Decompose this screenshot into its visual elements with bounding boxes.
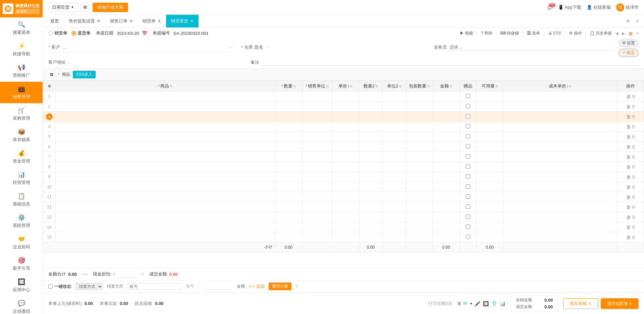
tab-close-sales-out[interactable]: ✕ <box>158 19 161 23</box>
grid-view-icon[interactable]: ▦ <box>629 31 633 36</box>
delete-row-icon[interactable]: 🗑 <box>626 144 631 149</box>
action-help[interactable]: ? 帮助 <box>481 30 492 36</box>
delete-row-icon[interactable]: 🗑 <box>626 134 631 139</box>
remark-input[interactable] <box>261 59 639 66</box>
copy-row-icon[interactable]: ⎘ <box>632 154 635 160</box>
copy-row-icon[interactable]: ⎘ <box>632 124 635 129</box>
table-settings-icon[interactable]: ⚙ <box>48 71 55 78</box>
action-video[interactable]: ▶ 视频 <box>460 30 473 36</box>
copy-row-icon[interactable]: ⎘ <box>632 114 635 119</box>
sidebar-item-inventory[interactable]: 📦 库存核算 <box>0 125 43 146</box>
sidebar-item-wechat[interactable]: 💬 企业微信 <box>0 296 43 314</box>
sidebar-item-purchase[interactable]: 🛒 采购管理 <box>0 103 43 125</box>
gift-checkbox-14[interactable] <box>466 225 470 229</box>
cell-actions-5[interactable]: 🗑⎘ <box>617 132 644 142</box>
copy-row-icon[interactable]: ⎘ <box>632 194 635 200</box>
cell-actions-1[interactable]: 🗑⎘ <box>617 91 644 102</box>
cell-gift-10[interactable] <box>460 182 476 192</box>
gift-checkbox-3[interactable] <box>466 114 470 118</box>
cell-actions-4[interactable]: 🗑⎘ <box>617 122 644 132</box>
taskbar-icon-3[interactable]: • <box>470 301 472 306</box>
cell-gift-1[interactable] <box>460 91 476 102</box>
add-payment-button[interactable]: + + 添加 <box>249 284 265 290</box>
cell-actions-6[interactable]: 🗑⎘ <box>617 142 644 152</box>
cell-gift-13[interactable] <box>460 212 476 222</box>
cell-gift-3[interactable] <box>460 112 476 122</box>
app-download-button[interactable]: 📱 App下载 <box>558 4 581 10</box>
amount-input[interactable] <box>206 283 233 290</box>
tab-close-price-setting[interactable]: ✕ <box>97 19 100 23</box>
product-input-3[interactable] <box>58 114 272 119</box>
tab-close-sales-return[interactable]: ✕ <box>190 19 194 23</box>
staff-more[interactable]: ··· <box>615 45 619 50</box>
taskbar-icon-4[interactable]: 🎤 <box>475 301 480 306</box>
topbar-settings-button[interactable]: ⚙ <box>80 3 90 12</box>
copy-row-icon[interactable]: ⎘ <box>632 164 635 170</box>
customer-input[interactable] <box>61 44 228 51</box>
one-click-check[interactable] <box>48 284 53 289</box>
discount-input[interactable] <box>116 271 136 277</box>
customer-more[interactable]: ··· <box>229 45 233 50</box>
sidebar-item-marketing[interactable]: 📢 营销推广 <box>0 60 43 82</box>
copy-row-icon[interactable]: ⎘ <box>632 174 635 180</box>
radio-return[interactable]: 退货单 <box>71 30 91 36</box>
cell-actions-7[interactable]: 🗑⎘ <box>617 152 644 162</box>
cell-gift-8[interactable] <box>460 162 476 172</box>
cell-actions-2[interactable]: 🗑⎘ <box>617 102 644 112</box>
gift-checkbox-12[interactable] <box>466 204 470 209</box>
message-button[interactable]: 💬 70 <box>547 5 553 10</box>
gift-checkbox-8[interactable] <box>466 164 470 169</box>
cell-gift-14[interactable] <box>460 222 476 232</box>
prev-record[interactable]: ◀ <box>615 31 619 36</box>
gift-checkbox-10[interactable] <box>466 184 470 189</box>
gift-checkbox-4[interactable] <box>466 124 470 128</box>
copy-row-icon[interactable]: ⎘ <box>632 235 635 240</box>
tab-sales-return[interactable]: 销货退货 ✕ <box>166 15 199 27</box>
tab-expand[interactable]: ⤢ <box>633 17 641 25</box>
delete-row-icon[interactable]: 🗑 <box>626 204 631 210</box>
gift-checkbox-7[interactable] <box>466 154 470 159</box>
sidebar-item-operations[interactable]: 📊 经营管理 <box>0 168 43 189</box>
save-new-button[interactable]: 保存&新增 ∧ <box>601 298 639 309</box>
action-print[interactable]: 🖨 打印 <box>548 30 561 36</box>
sidebar-item-shortcut[interactable]: ⚡ 快捷导航 <box>0 39 43 60</box>
cell-gift-6[interactable] <box>460 142 476 152</box>
delete-row-icon[interactable]: 🗑 <box>626 154 631 160</box>
sidebar-item-finance[interactable]: 💰 资金管理 <box>0 146 43 168</box>
gift-checkbox-1[interactable] <box>466 94 470 98</box>
delete-row-icon[interactable]: 🗑 <box>626 194 631 200</box>
cell-gift-12[interactable] <box>460 202 476 212</box>
cell-gift-2[interactable] <box>460 102 476 112</box>
cell-gift-4[interactable] <box>460 122 476 132</box>
add-row-button[interactable]: + <box>46 113 53 120</box>
scan-button[interactable]: 扫码录入 <box>73 71 96 78</box>
cell-actions-8[interactable]: 🗑⎘ <box>617 162 644 172</box>
cell-actions-10[interactable]: 🗑⎘ <box>617 182 644 192</box>
copy-row-icon[interactable]: ⎘ <box>632 134 635 139</box>
cell-gift-5[interactable] <box>460 132 476 142</box>
delete-row-icon[interactable]: 🗑 <box>626 124 631 129</box>
delete-row-icon[interactable]: 🗑 <box>626 174 631 180</box>
sidebar-item-guide[interactable]: 🎯 新手引导 <box>0 253 43 275</box>
taskbar-icon-2[interactable]: 中 <box>463 301 468 307</box>
sidebar-item-search[interactable]: 🔍 搜索菜单 <box>0 17 43 39</box>
cell-actions-11[interactable]: 🗑⎘ <box>617 192 644 202</box>
trial-button[interactable]: 体验行业方案 <box>93 3 128 12</box>
copy-row-icon[interactable]: ⎘ <box>632 144 635 149</box>
gift-checkbox-13[interactable] <box>466 214 470 219</box>
taskbar-icon-7[interactable]: 📊 <box>500 301 505 306</box>
sidebar-item-enterprise[interactable]: 🤝 企业协同 <box>0 232 43 253</box>
delete-row-icon[interactable]: 🗑 <box>626 114 631 119</box>
address-more[interactable]: ··· <box>67 60 71 65</box>
one-click-checkbox[interactable]: 一键收款 <box>48 284 71 290</box>
sidebar-item-sales[interactable]: 💼 销售管理 <box>0 82 43 103</box>
gift-checkbox-15[interactable] <box>466 235 470 239</box>
sidebar-item-basic[interactable]: 📋 基础信息 <box>0 189 43 210</box>
taskbar-icon-1[interactable]: S <box>458 301 461 306</box>
copy-row-icon[interactable]: ⎘ <box>632 104 635 109</box>
gift-checkbox-6[interactable] <box>466 144 470 148</box>
cell-actions-12[interactable]: 🗑⎘ <box>617 202 644 212</box>
cell-actions-15[interactable]: 🗑⎘ <box>617 232 644 242</box>
cell-product-3[interactable] <box>56 112 275 122</box>
action-history[interactable]: 📋 历史单据 <box>590 30 612 36</box>
